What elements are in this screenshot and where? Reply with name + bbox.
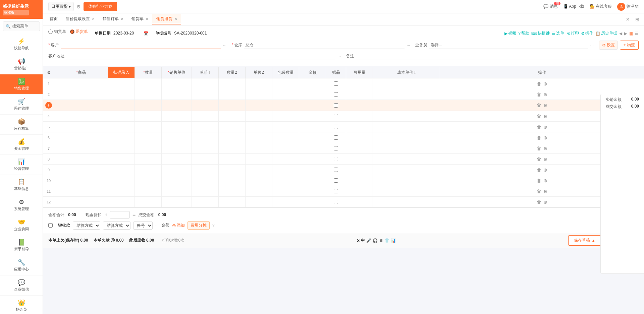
col-gear[interactable]: ⚙: [43, 67, 54, 78]
video-btn[interactable]: ▶ 视频: [504, 30, 516, 36]
radio-return[interactable]: 退货单: [70, 29, 88, 35]
discount-info-icon[interactable]: ℹ: [105, 212, 107, 217]
split-btn[interactable]: 费用分摊: [187, 221, 210, 230]
unit-cell[interactable]: [162, 78, 192, 89]
tab-sales-order[interactable]: 销售订单 ✕: [99, 14, 127, 24]
tab-price-extract[interactable]: 售价提取设置 ✕: [62, 14, 99, 24]
salesman-more-icon[interactable]: ···: [590, 43, 594, 48]
radio-sales-input[interactable]: [48, 29, 53, 34]
gift-checkbox[interactable]: [334, 103, 338, 108]
delete-icon[interactable]: 🗑: [537, 114, 541, 119]
delete-icon[interactable]: 🗑: [537, 103, 541, 108]
gift-checkbox[interactable]: [334, 92, 338, 97]
tab-sales-return[interactable]: 销货退货 ✕: [152, 14, 181, 24]
delete-icon[interactable]: 🗑: [537, 146, 541, 151]
product-input-cell[interactable]: [54, 100, 108, 111]
tab-close-icon[interactable]: ✕: [92, 17, 95, 21]
warehouse-more-icon[interactable]: ···: [407, 43, 410, 48]
radio-return-input[interactable]: [70, 29, 74, 34]
select-btn[interactable]: ☰ 选单: [552, 30, 564, 36]
sidebar-item-sales[interactable]: 💹 销售管理: [0, 74, 43, 95]
col-scan[interactable]: 扫码录入: [108, 67, 135, 78]
salesman-input[interactable]: [429, 41, 588, 49]
sidebar-item-member[interactable]: 👑 畅会员: [0, 296, 43, 314]
gift-checkbox[interactable]: [334, 178, 338, 183]
user-menu[interactable]: 徐 徐泽华: [617, 3, 639, 11]
copy-icon[interactable]: ⊕: [543, 114, 547, 119]
delete-icon[interactable]: 🗑: [537, 178, 541, 183]
sidebar-item-wechat[interactable]: 💬 企业微信: [0, 275, 43, 296]
expand-tab-btn[interactable]: ⊞: [633, 16, 641, 23]
sidebar-item-basic[interactable]: 📋 基础信息: [0, 175, 43, 195]
copy-icon[interactable]: ⊕: [543, 199, 547, 205]
docno-input[interactable]: [173, 29, 220, 37]
address-input[interactable]: [66, 52, 335, 60]
warehouse-input[interactable]: [244, 41, 405, 49]
save-draft-btn[interactable]: 保存草稿 ▲: [568, 235, 601, 246]
tab-close-icon[interactable]: ✕: [174, 17, 177, 21]
delete-icon[interactable]: 🗑: [537, 189, 541, 194]
one-click-payment[interactable]: 一键收款: [48, 223, 70, 228]
add-row-btn[interactable]: +: [45, 102, 52, 109]
list-view-btn[interactable]: ☰: [635, 31, 639, 36]
sidebar-item-finance[interactable]: 💰 资金管理: [0, 135, 43, 155]
delete-icon[interactable]: 🗑: [537, 92, 541, 97]
product-input[interactable]: [56, 103, 106, 108]
gift-checkbox[interactable]: [334, 189, 338, 193]
delete-icon[interactable]: 🗑: [537, 124, 541, 130]
gift-checkbox[interactable]: [334, 200, 338, 204]
table-container[interactable]: ⚙ *商品 扫码录入 *数量 *销售单位 单价 ℹ 数量2 单位2 包装数量: [43, 67, 644, 207]
copy-icon[interactable]: ⊕: [543, 189, 547, 194]
gift-checkbox[interactable]: [334, 81, 338, 86]
setting-btn[interactable]: ⚙ 设置: [599, 41, 618, 50]
col-gear-icon[interactable]: ⚙: [47, 70, 51, 75]
copy-icon[interactable]: ⊕: [543, 135, 547, 140]
sidebar-search[interactable]: 🔍 搜索菜单: [0, 19, 43, 34]
print-btn[interactable]: 🖨 打印: [566, 30, 579, 36]
account-select[interactable]: 账号: [133, 222, 153, 230]
payment-method-select[interactable]: 结算方式: [73, 222, 100, 230]
trial-btn[interactable]: 体验行业方案: [84, 2, 117, 11]
close-tab-btn[interactable]: ✕: [624, 16, 632, 23]
add-row-cell[interactable]: +: [43, 100, 54, 111]
customer-more-icon[interactable]: ···: [223, 43, 226, 48]
gift-checkbox[interactable]: [334, 114, 338, 118]
gift-checkbox[interactable]: [334, 146, 338, 150]
online-service-btn[interactable]: 💁 在线客服: [590, 4, 612, 9]
monitor-icon[interactable]: 🖥: [379, 238, 383, 243]
gift-checkbox[interactable]: [334, 168, 338, 172]
search-menu-btn[interactable]: 🔍 搜索菜单: [3, 21, 40, 31]
zh-icon[interactable]: 中: [361, 238, 365, 243]
calc-method-select[interactable]: 结算方式: [103, 222, 130, 230]
shortcut-btn[interactable]: ⌨ 快捷键: [531, 30, 550, 36]
sidebar-item-operation[interactable]: 📊 经营管理: [0, 155, 43, 175]
sidebar-item-guide[interactable]: 📗 新手引导: [0, 235, 43, 255]
split-help-icon[interactable]: ?: [212, 223, 215, 228]
industry-select[interactable]: 日用百货 ▾: [48, 2, 74, 11]
one-click-checkbox[interactable]: [48, 223, 53, 228]
unit2-cell[interactable]: [246, 78, 272, 89]
qty-cell[interactable]: [135, 78, 162, 89]
copy-icon[interactable]: ⊕: [543, 167, 547, 173]
radio-sales[interactable]: 销货单: [48, 29, 66, 35]
mic-icon[interactable]: 🎤: [366, 238, 371, 243]
app-download-btn[interactable]: 📱 App下载: [563, 4, 584, 9]
avail-cell[interactable]: [346, 78, 373, 89]
customer-input[interactable]: [61, 41, 221, 49]
add-logistics-btn[interactable]: + 物流: [620, 41, 639, 50]
add-payment-btn[interactable]: ⊕ 添加: [172, 223, 185, 228]
pack-qty-cell[interactable]: [272, 78, 299, 89]
copy-icon[interactable]: ⊕: [543, 178, 547, 183]
gift-checkbox[interactable]: [334, 125, 338, 129]
help-btn[interactable]: ? 帮助: [518, 30, 529, 36]
tab-close-icon[interactable]: ✕: [121, 17, 123, 21]
gift-checkbox[interactable]: [334, 135, 338, 140]
tab-sales[interactable]: 销货单 ✕: [127, 14, 152, 24]
address-more-icon[interactable]: ···: [337, 54, 341, 59]
sidebar-item-inventory[interactable]: 📦 库存核算: [0, 115, 43, 135]
chart-icon[interactable]: 📊: [391, 238, 396, 243]
cost-cell[interactable]: [373, 78, 440, 89]
print-count-btn[interactable]: 打印次数0次: [162, 238, 184, 243]
remark-input[interactable]: [356, 52, 639, 60]
amount-cell[interactable]: [299, 78, 326, 89]
